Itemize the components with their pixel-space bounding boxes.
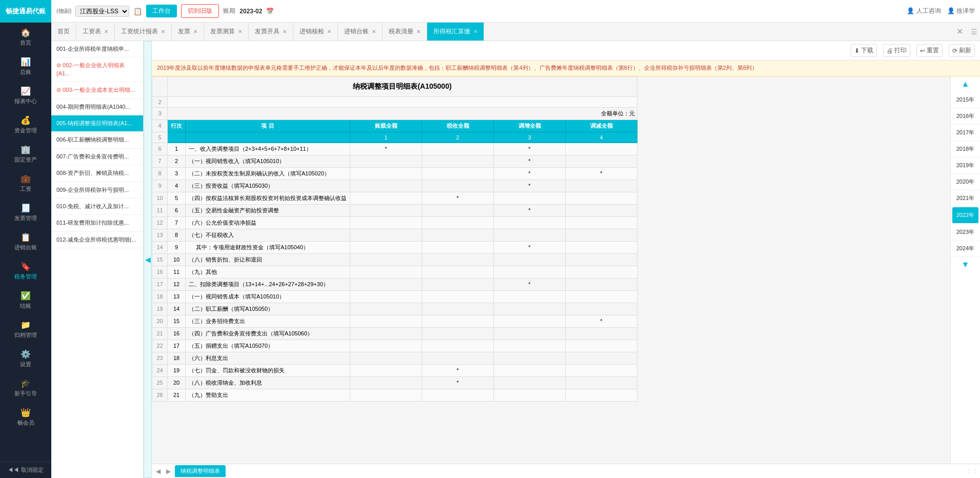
cell-c1[interactable]: [350, 327, 422, 340]
left-item-007[interactable]: 007-广告费和业务宣传费明...: [51, 149, 143, 165]
cell-c4[interactable]: *: [566, 167, 637, 180]
left-item-004[interactable]: 004-期间费用明细表(A1040...: [51, 99, 143, 115]
cell-c1[interactable]: [350, 290, 422, 303]
cell-c1[interactable]: [350, 204, 422, 216]
close-icon[interactable]: ✕: [193, 29, 197, 34]
cell-c4[interactable]: [566, 216, 637, 229]
user-service-btn[interactable]: 👤 人工咨询: [907, 7, 941, 15]
cell-c1[interactable]: *: [350, 143, 422, 155]
cell-c4[interactable]: [566, 266, 637, 278]
cell-c3[interactable]: [494, 303, 566, 315]
table-row[interactable]: 20 15 （三）业务招待费支出 *: [152, 315, 637, 327]
close-icon[interactable]: ✕: [473, 29, 477, 34]
cell-c3[interactable]: *: [494, 167, 566, 180]
close-icon[interactable]: ✕: [372, 29, 376, 34]
pin-toggle[interactable]: ◀◀ 取消固定: [0, 462, 51, 478]
cell-c4[interactable]: [566, 229, 637, 241]
tab-invoice-calc[interactable]: 发票测算 ✕: [204, 23, 249, 41]
cell-c2[interactable]: [422, 180, 494, 192]
left-item-008[interactable]: 008-资产折旧、摊销及纳税...: [51, 165, 143, 182]
table-row[interactable]: 16 11 （九）其他: [152, 266, 637, 278]
cell-c4[interactable]: [566, 352, 637, 364]
cell-c4[interactable]: [566, 290, 637, 303]
sidebar-item-archive[interactable]: 📁 归档管理: [0, 315, 51, 344]
cell-c2[interactable]: [422, 167, 494, 180]
table-row[interactable]: 6 1 一、收入类调整项目（2+3+4+5+6+7+8+10+11） * *: [152, 143, 637, 155]
close-icon[interactable]: ✕: [161, 29, 165, 34]
cell-c1[interactable]: [350, 192, 422, 204]
cell-c4[interactable]: [566, 241, 637, 253]
cell-c2[interactable]: [422, 229, 494, 241]
cell-c3[interactable]: [494, 340, 566, 352]
sidebar-item-home[interactable]: 🏠 首页: [0, 23, 51, 52]
tab-home[interactable]: 首页: [51, 23, 76, 41]
table-row[interactable]: 9 4 （三）投资收益（填写A105030） *: [152, 180, 637, 192]
cell-c2[interactable]: [422, 315, 494, 327]
cell-c4[interactable]: [566, 204, 637, 216]
cell-c3[interactable]: [494, 376, 566, 389]
tab-salary[interactable]: 工资表 ✕: [76, 23, 115, 41]
cell-c3[interactable]: [494, 192, 566, 204]
cell-c1[interactable]: [350, 352, 422, 364]
tab-purchase-check[interactable]: 进销核检 ✕: [293, 23, 338, 41]
cell-c2[interactable]: [422, 340, 494, 352]
cell-c2[interactable]: [422, 143, 494, 155]
cell-c1[interactable]: [350, 253, 422, 266]
table-row[interactable]: 15 10 （八）销售折扣、折让和退回: [152, 253, 637, 266]
cell-c3[interactable]: *: [494, 155, 566, 167]
cell-c3[interactable]: *: [494, 180, 566, 192]
cell-c2[interactable]: [422, 278, 494, 290]
tab-purchase-ledger[interactable]: 进销台账 ✕: [338, 23, 383, 41]
tab-income-tax[interactable]: 所得税汇算缴 ✕: [427, 23, 484, 41]
cell-c1[interactable]: [350, 229, 422, 241]
table-row[interactable]: 7 2 （一）视同销售收入（填写A105010） *: [152, 155, 637, 167]
table-row[interactable]: 19 14 （二）职工薪酬（填写A105050）: [152, 303, 637, 315]
sidebar-item-settings[interactable]: ⚙️ 设置: [0, 344, 51, 373]
table-row[interactable]: 14 9 其中：专项用途财政性资金（填写A105040） *: [152, 241, 637, 253]
cell-c2[interactable]: [422, 216, 494, 229]
tab-invoice[interactable]: 发票 ✕: [172, 23, 204, 41]
cell-c1[interactable]: [350, 278, 422, 290]
cell-c4[interactable]: [566, 143, 637, 155]
sidebar-item-purchases[interactable]: 📋 进销台账: [0, 227, 51, 256]
cell-c1[interactable]: [350, 180, 422, 192]
close-all-button[interactable]: ✕: [951, 27, 968, 36]
close-icon[interactable]: ✕: [327, 29, 331, 34]
collapse-button[interactable]: ◀: [144, 41, 152, 478]
year-item-2020[interactable]: 2020年: [951, 174, 980, 190]
year-item-2017[interactable]: 2017年: [951, 125, 980, 141]
cell-c2[interactable]: [422, 290, 494, 303]
sheet-nav-right[interactable]: ▶: [165, 466, 172, 476]
sheet-nav-left[interactable]: ◀: [154, 466, 162, 476]
cell-c4[interactable]: [566, 303, 637, 315]
cell-c4[interactable]: [566, 192, 637, 204]
sidebar-item-ledger[interactable]: 📊 总账: [0, 52, 51, 81]
year-item-2016[interactable]: 2016年: [951, 108, 980, 125]
cell-c1[interactable]: [350, 389, 422, 401]
sidebar-item-reports[interactable]: 📈 报表中心: [0, 81, 51, 110]
company-selector[interactable]: 江西股业-LSS: [75, 6, 129, 17]
cell-c3[interactable]: *: [494, 204, 566, 216]
cell-c3[interactable]: [494, 364, 566, 376]
cell-c3[interactable]: *: [494, 241, 566, 253]
tab-tax-table[interactable]: 税表清册 ✕: [383, 23, 427, 41]
sidebar-item-invoice[interactable]: 🧾 发票管理: [0, 198, 51, 227]
cell-c3[interactable]: [494, 266, 566, 278]
table-row[interactable]: 12 7 （六）公允价值变动净损益: [152, 216, 637, 229]
cell-c4[interactable]: [566, 376, 637, 389]
cell-c4[interactable]: [566, 364, 637, 376]
cell-c4[interactable]: [566, 155, 637, 167]
close-icon[interactable]: ✕: [416, 29, 421, 34]
left-item-001[interactable]: 001-企业所得税年度纳税申...: [51, 41, 143, 57]
sidebar-item-assets[interactable]: 🏢 固定资产: [0, 140, 51, 169]
download-button[interactable]: ⬇ 下载: [851, 44, 877, 57]
cell-c3[interactable]: [494, 315, 566, 327]
table-row[interactable]: 24 19 （七）罚金、罚款和被没收财物的损失 *: [152, 364, 637, 376]
cell-c3[interactable]: [494, 327, 566, 340]
left-item-012[interactable]: 012-减免企业所得税优惠明细(...: [51, 232, 143, 248]
cell-c2[interactable]: [422, 389, 494, 401]
cell-c3[interactable]: [494, 253, 566, 266]
cell-c1[interactable]: [350, 167, 422, 180]
cell-c1[interactable]: [350, 315, 422, 327]
reset-button[interactable]: ↩ 重置: [916, 44, 943, 57]
